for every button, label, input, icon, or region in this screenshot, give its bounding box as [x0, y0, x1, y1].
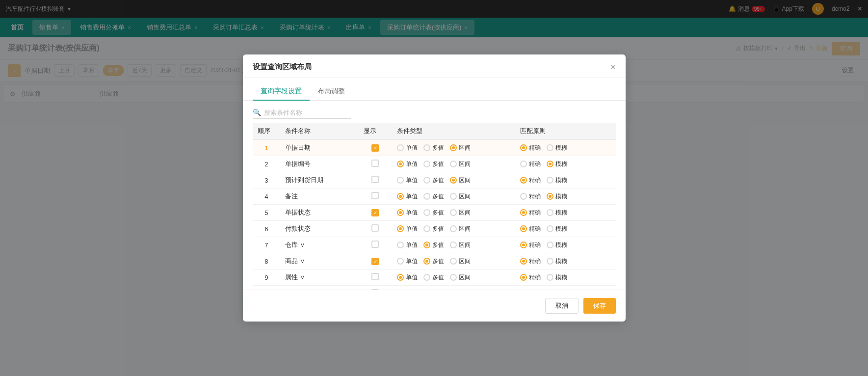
radio-match-exact[interactable]: 精确	[520, 176, 541, 185]
radio-circle-match-fuzzy	[547, 225, 553, 232]
radio-type-multi[interactable]: 多值	[423, 225, 444, 233]
radio-type-range[interactable]: 区间	[450, 257, 471, 266]
display-checkbox[interactable]	[371, 144, 379, 152]
radio-match-exact[interactable]: 精确	[520, 257, 541, 266]
radio-type-single[interactable]: 单值	[397, 273, 418, 282]
cell-type[interactable]: 单值多值区间	[392, 205, 515, 221]
radio-type-multi[interactable]: 多值	[423, 144, 444, 152]
cell-type[interactable]: 单值多值区间	[392, 253, 515, 269]
radio-match-exact[interactable]: 精确	[520, 192, 541, 201]
cell-display[interactable]	[359, 188, 392, 205]
radio-type-multi[interactable]: 多值	[423, 273, 444, 282]
cell-type[interactable]: 单值多值区间	[392, 140, 515, 156]
radio-match-exact[interactable]: 精确	[520, 273, 541, 282]
search-input[interactable]	[264, 109, 342, 116]
cell-type[interactable]: 单值多值区间	[392, 188, 515, 205]
radio-type-multi[interactable]: 多值	[423, 257, 444, 266]
cell-type[interactable]: 单值多值区间	[392, 221, 515, 237]
radio-match-fuzzy[interactable]: 模糊	[547, 241, 567, 249]
cell-match[interactable]: 精确模糊	[515, 188, 616, 205]
cell-display[interactable]	[359, 172, 392, 188]
radio-type-single[interactable]: 单值	[397, 209, 418, 217]
radio-type-multi[interactable]: 多值	[423, 160, 444, 168]
cell-type[interactable]: 单值多值区间	[392, 156, 515, 172]
cell-match[interactable]: 精确模糊	[515, 221, 616, 237]
radio-type-range[interactable]: 区间	[450, 144, 471, 152]
display-checkbox[interactable]	[371, 258, 379, 265]
radio-match-fuzzy[interactable]: 模糊	[547, 160, 567, 168]
radio-type-range[interactable]: 区间	[450, 192, 471, 201]
modal-close-btn[interactable]: ×	[610, 63, 616, 72]
radio-match-fuzzy[interactable]: 模糊	[547, 273, 567, 282]
radio-type-single[interactable]: 单值	[397, 192, 418, 201]
display-checkbox[interactable]	[371, 241, 379, 248]
cancel-btn[interactable]: 取消	[545, 298, 579, 314]
modal-tab-layout[interactable]: 布局调整	[310, 83, 353, 101]
radio-type-range[interactable]: 区间	[450, 209, 471, 217]
radio-match-exact[interactable]: 精确	[520, 209, 541, 217]
cell-order: 6	[253, 221, 281, 237]
radio-type-single[interactable]: 单值	[397, 257, 418, 266]
radio-match-fuzzy[interactable]: 模糊	[547, 176, 567, 185]
cell-type[interactable]: 单值多值区间	[392, 172, 515, 188]
radio-match-exact[interactable]: 精确	[520, 144, 541, 152]
radio-match-fuzzy[interactable]: 模糊	[547, 257, 567, 266]
cell-order: 2	[253, 156, 281, 172]
radio-match-exact[interactable]: 精确	[520, 241, 541, 249]
cell-display[interactable]	[359, 253, 392, 269]
radio-type-range[interactable]: 区间	[450, 176, 471, 185]
search-box: 🔍	[253, 107, 351, 119]
radio-type-range[interactable]: 区间	[450, 241, 471, 249]
cell-match[interactable]: 精确模糊	[515, 269, 616, 286]
radio-type-single[interactable]: 单值	[397, 225, 418, 233]
cell-display[interactable]	[359, 221, 392, 237]
cell-match[interactable]: 精确模糊	[515, 156, 616, 172]
radio-circle-match-exact	[520, 144, 527, 151]
cell-display[interactable]	[359, 269, 392, 286]
cell-match[interactable]: 精确模糊	[515, 286, 616, 290]
radio-match-exact[interactable]: 精确	[520, 225, 541, 233]
radio-type-single[interactable]: 单值	[397, 160, 418, 168]
cell-match[interactable]: 精确模糊	[515, 237, 616, 253]
cell-display[interactable]	[359, 205, 392, 221]
table-row: 2单据编号单值多值区间精确模糊	[253, 156, 616, 172]
radio-type-single[interactable]: 单值	[397, 176, 418, 185]
display-checkbox[interactable]	[371, 273, 379, 280]
radio-type-single[interactable]: 单值	[397, 144, 418, 152]
cell-type[interactable]: 单值多值区间	[392, 286, 515, 290]
cell-match[interactable]: 精确模糊	[515, 253, 616, 269]
cell-display[interactable]	[359, 237, 392, 253]
modal-title: 设置查询区域布局	[253, 62, 312, 72]
display-checkbox[interactable]	[371, 224, 379, 232]
cell-match[interactable]: 精确模糊	[515, 140, 616, 156]
radio-type-single[interactable]: 单值	[397, 241, 418, 249]
cell-type[interactable]: 单值多值区间	[392, 237, 515, 253]
save-btn[interactable]: 保存	[583, 298, 616, 314]
radio-type-range[interactable]: 区间	[450, 273, 471, 282]
display-checkbox[interactable]	[371, 176, 379, 183]
cell-order: 3	[253, 172, 281, 188]
display-checkbox[interactable]	[371, 192, 379, 199]
radio-match-fuzzy[interactable]: 模糊	[547, 144, 567, 152]
display-checkbox[interactable]	[371, 209, 379, 216]
cell-match[interactable]: 精确模糊	[515, 205, 616, 221]
display-checkbox[interactable]	[371, 160, 379, 167]
radio-type-multi[interactable]: 多值	[423, 192, 444, 201]
cell-display[interactable]	[359, 286, 392, 290]
modal-tab-fields[interactable]: 查询字段设置	[253, 83, 310, 101]
radio-type-range[interactable]: 区间	[450, 160, 471, 168]
modal-overlay: 设置查询区域布局 × 查询字段设置 布局调整 🔍 顺序 条件名称 显示	[0, 0, 868, 376]
cell-display[interactable]	[359, 156, 392, 172]
cell-type[interactable]: 单值多值区间	[392, 269, 515, 286]
radio-match-fuzzy[interactable]: 模糊	[547, 209, 567, 217]
radio-type-multi[interactable]: 多值	[423, 176, 444, 185]
cell-name: 有无商品图片	[280, 286, 358, 290]
radio-type-multi[interactable]: 多值	[423, 241, 444, 249]
cell-match[interactable]: 精确模糊	[515, 172, 616, 188]
cell-display[interactable]	[359, 140, 392, 156]
radio-match-exact[interactable]: 精确	[520, 160, 541, 168]
radio-type-range[interactable]: 区间	[450, 225, 471, 233]
radio-type-multi[interactable]: 多值	[423, 209, 444, 217]
radio-match-fuzzy[interactable]: 模糊	[547, 192, 567, 201]
radio-match-fuzzy[interactable]: 模糊	[547, 225, 567, 233]
